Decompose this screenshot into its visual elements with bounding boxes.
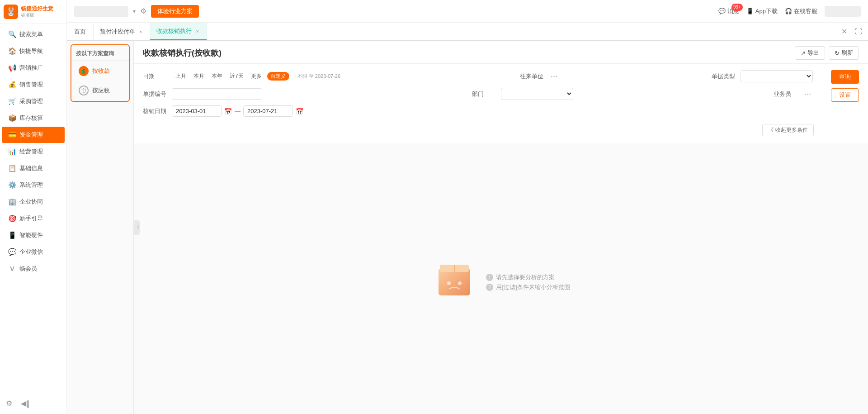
operations-nav-icon: 📊 bbox=[8, 148, 16, 156]
tab-prepay[interactable]: 预付冲应付单 × bbox=[94, 23, 150, 40]
bill-type-select[interactable] bbox=[741, 70, 813, 82]
sidebar-item-inventory[interactable]: 📦 库存核算 bbox=[2, 110, 65, 126]
empty-hint-1: 1 请先选择要分析的方案 bbox=[486, 273, 570, 281]
sidebar-item-sales[interactable]: 💰 销售管理 bbox=[2, 76, 65, 93]
collapse-sidebar-btn[interactable]: ◀‖ bbox=[18, 396, 33, 410]
close-tab-icon-btn[interactable]: ✕ bbox=[838, 26, 850, 38]
date-custom-badge[interactable]: 自定义 bbox=[267, 72, 289, 81]
dept-select[interactable] bbox=[501, 88, 573, 100]
tab-prepay-close[interactable]: × bbox=[138, 29, 143, 35]
content-area: 按以下方案查询 💲 按收款 ⏱ 按应收 《 收款核销执行(按收款) bbox=[67, 41, 868, 414]
sidebar-item-cooperation[interactable]: 🏢 企业协同 bbox=[2, 194, 65, 210]
sidebar-logo: 🐰 畅捷通好生意 标准版 bbox=[0, 0, 66, 24]
refresh-button[interactable]: ↻ 刷新 bbox=[829, 46, 859, 60]
app-download-button[interactable]: 📱 App下载 bbox=[746, 7, 778, 15]
main-area: ▾ ⚙ 体验行业方案 💬 消息 99+ 📱 App下载 🎧 在线客服 首页 预付… bbox=[67, 0, 868, 414]
logo-text: 畅捷通好生意 标准版 bbox=[21, 5, 53, 19]
left-panel-item-by-receivable[interactable]: ⏱ 按应收 bbox=[73, 81, 127, 100]
partner-filter-label: 往来单位 bbox=[520, 72, 543, 81]
filter-row-3: 核销日期 📅 — 📅 bbox=[143, 105, 859, 117]
staff-dots-btn[interactable]: ··· bbox=[802, 89, 813, 99]
finance-nav-icon: 💳 bbox=[8, 131, 16, 139]
guide-nav-icon: 🎯 bbox=[8, 214, 16, 223]
verify-date-start-input[interactable] bbox=[172, 105, 222, 117]
collapse-more-button[interactable]: 《 收起更多条件 bbox=[762, 124, 814, 136]
sidebar-item-guide[interactable]: 🎯 新手引导 bbox=[2, 210, 65, 227]
topbar-chevron-icon[interactable]: ▾ bbox=[133, 8, 136, 14]
filter-settings-button[interactable]: 设置 bbox=[831, 88, 859, 102]
right-main: 收款核销执行(按收款) ↗ 导出 ↻ 刷新 日期 bbox=[134, 41, 868, 414]
sidebar: 🐰 畅捷通好生意 标准版 🔍 搜索菜单 🏠 快捷导航 📢 营销推广 💰 销售管理… bbox=[0, 0, 67, 414]
fullscreen-icon-btn[interactable]: ⛶ bbox=[853, 26, 864, 38]
cooperation-nav-icon: 🏢 bbox=[8, 198, 16, 206]
hardware-nav-icon: 📱 bbox=[8, 231, 16, 239]
service-label: 在线客服 bbox=[794, 7, 817, 15]
staff-filter-label: 业务员 bbox=[774, 90, 797, 98]
sidebar-item-search[interactable]: 🔍 搜索菜单 bbox=[2, 26, 65, 43]
empty-state-content: 1 请先选择要分析的方案 2 用[过滤]条件来缩小分析范围 bbox=[432, 258, 570, 299]
collapse-more-row: 《 收起更多条件 bbox=[143, 122, 859, 140]
tabbar: 首页 预付冲应付单 × 收款核销执行 × ✕ ⛶ bbox=[67, 23, 868, 41]
receipt-item-label: 按收款 bbox=[92, 67, 110, 75]
export-button[interactable]: ↗ 导出 bbox=[795, 46, 825, 60]
page-header: 收款核销执行(按收款) ↗ 导出 ↻ 刷新 bbox=[134, 41, 868, 64]
message-button[interactable]: 💬 消息 99+ bbox=[718, 7, 739, 15]
member-nav-icon: V bbox=[8, 265, 16, 273]
sidebar-label-finance: 资金管理 bbox=[19, 131, 43, 139]
sidebar-item-marketing[interactable]: 📢 营销推广 bbox=[2, 60, 65, 76]
inventory-nav-icon: 📦 bbox=[8, 114, 16, 122]
tab-home[interactable]: 首页 bbox=[67, 23, 94, 40]
logo-sub: 标准版 bbox=[21, 12, 53, 18]
sidebar-nav: 🔍 搜索菜单 🏠 快捷导航 📢 营销推广 💰 销售管理 🛒 采购管理 📦 库存核… bbox=[0, 24, 66, 392]
sidebar-label-basic-info: 基础信息 bbox=[19, 164, 43, 172]
sidebar-label-operations: 经营管理 bbox=[19, 148, 43, 156]
empty-illustration bbox=[432, 258, 477, 299]
sidebar-item-wechat[interactable]: 💬 企业微信 bbox=[2, 244, 65, 260]
sidebar-label-hardware: 智能硬件 bbox=[19, 231, 43, 239]
date-btn-7days[interactable]: 近7天 bbox=[226, 71, 247, 81]
sales-nav-icon: 💰 bbox=[8, 81, 16, 89]
bill-no-input[interactable] bbox=[172, 88, 262, 100]
sidebar-item-quick-nav[interactable]: 🏠 快捷导航 bbox=[2, 43, 65, 59]
sidebar-item-operations[interactable]: 📊 经营管理 bbox=[2, 143, 65, 160]
partner-dots-btn[interactable]: ··· bbox=[549, 71, 559, 81]
query-button[interactable]: 查询 bbox=[831, 70, 859, 84]
sidebar-item-hardware[interactable]: 📱 智能硬件 bbox=[2, 227, 65, 243]
sidebar-label-quick-nav: 快捷导航 bbox=[19, 47, 43, 55]
sidebar-label-sales: 销售管理 bbox=[19, 81, 43, 89]
date-btn-this-month[interactable]: 本月 bbox=[190, 71, 208, 81]
sidebar-item-system[interactable]: ⚙️ 系统管理 bbox=[2, 177, 65, 193]
online-service-button[interactable]: 🎧 在线客服 bbox=[785, 7, 817, 15]
date-btn-this-year[interactable]: 本年 bbox=[208, 71, 226, 81]
sidebar-item-finance[interactable]: 💳 资金管理 bbox=[2, 127, 65, 143]
left-panel: 按以下方案查询 💲 按收款 ⏱ 按应收 bbox=[67, 41, 134, 414]
date-btn-more[interactable]: 更多 bbox=[247, 71, 265, 81]
filter-row-2: 单据编号 部门 业务员 ··· bbox=[143, 88, 859, 100]
bill-type-filter-label: 单据类型 bbox=[712, 72, 735, 81]
user-info[interactable] bbox=[825, 6, 861, 17]
sidebar-item-purchase[interactable]: 🛒 采购管理 bbox=[2, 93, 65, 109]
tab-receive[interactable]: 收款核销执行 × bbox=[150, 23, 207, 40]
topbar-gear-icon[interactable]: ⚙ bbox=[140, 7, 146, 15]
main-content: 1 请先选择要分析的方案 2 用[过滤]条件来缩小分析范围 bbox=[134, 143, 868, 414]
collapse-more-icon: 《 bbox=[768, 126, 774, 134]
sidebar-item-member[interactable]: V 畅会员 bbox=[2, 261, 65, 277]
settings-icon-btn[interactable]: ⚙ bbox=[2, 396, 16, 410]
basic-info-nav-icon: 📋 bbox=[8, 164, 16, 172]
date-btn-last-month[interactable]: 上月 bbox=[172, 71, 190, 81]
hint-text-2: 用[过滤]条件来缩小分析范围 bbox=[496, 283, 570, 291]
collapse-panel-arrow[interactable]: 《 bbox=[134, 220, 140, 235]
receivable-item-icon: ⏱ bbox=[79, 86, 89, 95]
date-quick-btns: 上月 本月 本年 近7天 更多 自定义 bbox=[172, 71, 289, 81]
filter-row-1: 日期 上月 本月 本年 近7天 更多 自定义 不限 至 2023-07-26 往… bbox=[143, 70, 859, 82]
receivable-item-label: 按应收 bbox=[92, 86, 110, 95]
topbar: ▾ ⚙ 体验行业方案 💬 消息 99+ 📱 App下载 🎧 在线客服 bbox=[67, 0, 868, 23]
sidebar-item-basic-info[interactable]: 📋 基础信息 bbox=[2, 160, 65, 176]
tab-receive-close[interactable]: × bbox=[194, 28, 200, 34]
verify-date-start-cal-icon[interactable]: 📅 bbox=[224, 108, 232, 115]
verify-date-end-input[interactable] bbox=[243, 105, 293, 117]
hint-text-1: 请先选择要分析的方案 bbox=[496, 273, 555, 281]
verify-date-end-cal-icon[interactable]: 📅 bbox=[296, 108, 303, 115]
left-panel-item-by-receipt[interactable]: 💲 按收款 bbox=[73, 62, 127, 80]
industry-plan-button[interactable]: 体验行业方案 bbox=[151, 5, 199, 18]
